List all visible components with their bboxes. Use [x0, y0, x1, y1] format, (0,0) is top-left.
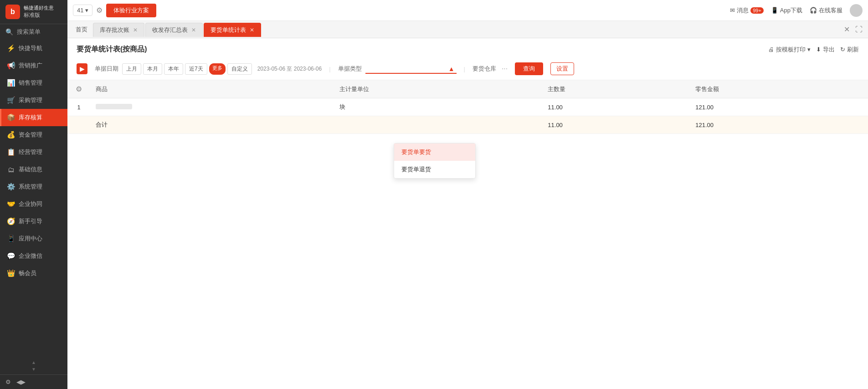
date-filter-section: 单据日期 上月 本月 本年 近7天 更多 自定义 2023-05-06 至 20…	[95, 63, 322, 75]
finance-icon: 💰	[7, 131, 15, 139]
topbar: 41 ▾ ⚙ 体验行业方案 ✉ 消息 99+ 📱 App下载 🎧 在线客服	[67, 0, 868, 21]
sidebar-item-collab[interactable]: 🤝 企业协同	[0, 195, 67, 213]
online-service-btn[interactable]: 🎧 在线客服	[810, 6, 842, 15]
type-filter-section: 单据类型 ▲	[338, 64, 457, 74]
member-icon: 👑	[7, 269, 15, 277]
app-download-btn[interactable]: 📱 App下载	[771, 6, 802, 15]
tab-close-order-stats[interactable]: ✕	[250, 27, 254, 33]
expand-filter-btn[interactable]: ▶	[77, 63, 87, 74]
settings-gear-icon[interactable]: ⚙	[96, 6, 103, 15]
sidebar-item-operation[interactable]: 📋 经营管理	[0, 143, 67, 161]
type-filter-arrow-up-icon[interactable]: ▲	[448, 65, 455, 72]
tab-inventory-batch[interactable]: 库存批次账 ✕	[93, 23, 144, 37]
sidebar-item-member[interactable]: 👑 畅会员	[0, 265, 67, 282]
sidebar-item-appstore[interactable]: 📱 应用中心	[0, 230, 67, 247]
th-unit: 主计量单位	[334, 80, 543, 98]
tab-close-all-btn[interactable]: ✕	[842, 24, 852, 35]
sidebar-item-purchase[interactable]: 🛒 采购管理	[0, 92, 67, 109]
scroll-down-arrow[interactable]: ▼	[31, 366, 36, 373]
message-badge: 99+	[750, 7, 764, 14]
print-chevron-icon: ▾	[807, 46, 811, 53]
tab-maximize-btn[interactable]: ⛶	[853, 25, 864, 35]
user-avatar[interactable]	[850, 4, 863, 17]
refresh-icon: ↻	[840, 46, 845, 53]
sidebar-item-quick-nav[interactable]: ⚡ 快捷导航	[0, 40, 67, 57]
table-wrap: ⚙ 商品 主计量单位 主数量 零售金额 1	[67, 80, 868, 134]
topbar-left: 41 ▾ ⚙ 体验行业方案	[73, 4, 156, 17]
th-settings: ⚙	[67, 80, 90, 98]
marketing-icon: 📢	[7, 61, 15, 70]
sidebar-item-inventory[interactable]: 📦 库存核算	[0, 109, 67, 126]
date-btn-this-month[interactable]: 本月	[143, 63, 162, 75]
th-amount: 零售金额	[690, 80, 868, 98]
warehouse-filter-label: 要货仓库	[473, 65, 496, 73]
total-empty-1	[67, 116, 90, 134]
th-product: 商品	[90, 80, 334, 98]
date-btn-7days[interactable]: 近7天	[185, 63, 207, 75]
table-header: ⚙ 商品 主计量单位 主数量 零售金额	[67, 80, 868, 98]
sidebar-item-basic[interactable]: 🗂 基础信息	[0, 161, 67, 178]
tab-close-inventory-batch[interactable]: ✕	[133, 27, 138, 33]
topbar-right: ✉ 消息 99+ 📱 App下载 🎧 在线客服	[730, 4, 863, 17]
row-quantity: 11.00	[542, 98, 690, 116]
company-selector[interactable]: 41 ▾	[73, 5, 92, 16]
dropdown-item-order-return[interactable]: 要货单退货	[394, 161, 475, 178]
table-footer: 合计 11.00 121.00	[67, 116, 868, 134]
settings-bottom-btn[interactable]: ⚙	[5, 379, 11, 385]
data-table: ⚙ 商品 主计量单位 主数量 零售金额 1	[67, 80, 868, 134]
date-btn-last-month[interactable]: 上月	[122, 63, 141, 75]
sidebar-item-sales[interactable]: 📊 销售管理	[0, 74, 67, 92]
th-quantity: 主数量	[542, 80, 690, 98]
logo-icon: b	[5, 5, 20, 19]
total-row: 合计 11.00 121.00	[67, 116, 868, 134]
sidebar-item-marketing[interactable]: 📢 营销推广	[0, 57, 67, 74]
trial-button[interactable]: 体验行业方案	[106, 4, 156, 17]
sidebar-item-wechat[interactable]: 💬 企业微信	[0, 247, 67, 265]
logo-text: 畅捷通好生意 标准版	[24, 5, 54, 19]
purchase-icon: 🛒	[7, 96, 15, 104]
inventory-icon: 📦	[7, 113, 15, 122]
product-placeholder	[96, 104, 132, 109]
sidebar-item-finance[interactable]: 💰 资金管理	[0, 126, 67, 143]
quick-nav-icon: ⚡	[7, 44, 15, 52]
scroll-up-arrow[interactable]: ▲	[31, 359, 36, 366]
sidebar-item-guide[interactable]: 🧭 新手引导	[0, 213, 67, 230]
date-btn-more[interactable]: 更多	[209, 63, 226, 75]
dropdown-item-order-purchase[interactable]: 要货单要货	[394, 143, 475, 161]
type-filter-input[interactable]	[365, 64, 457, 74]
sidebar-search[interactable]: 🔍 搜索菜单	[0, 24, 67, 40]
tabs-controls: ✕ ⛶	[842, 24, 864, 35]
main-area: 41 ▾ ⚙ 体验行业方案 ✉ 消息 99+ 📱 App下载 🎧 在线客服	[67, 0, 868, 389]
table-header-row: ⚙ 商品 主计量单位 主数量 零售金额	[67, 80, 868, 98]
total-amount: 121.00	[690, 116, 868, 134]
guide-icon: 🧭	[7, 217, 15, 225]
headset-icon: 🎧	[810, 7, 817, 14]
tab-close-receive-summary[interactable]: ✕	[191, 27, 196, 33]
date-btn-custom[interactable]: 自定义	[227, 63, 252, 75]
export-btn[interactable]: ⬇ 导出	[816, 46, 835, 54]
total-label: 合计	[90, 116, 334, 134]
refresh-btn[interactable]: ↻ 刷新	[840, 46, 859, 54]
table-settings-icon[interactable]: ⚙	[76, 85, 82, 93]
print-btn[interactable]: 🖨 按模板打印 ▾	[768, 46, 811, 54]
basic-icon: 🗂	[7, 166, 15, 174]
query-button[interactable]: 查询	[515, 62, 543, 75]
collapse-sidebar-btn[interactable]: ◀▶	[16, 379, 26, 385]
tab-order-stats[interactable]: 要货单统计表 ✕	[204, 23, 261, 37]
tab-home[interactable]: 首页	[71, 23, 92, 36]
type-filter-label: 单据类型	[338, 65, 362, 73]
total-quantity: 11.00	[542, 116, 690, 134]
tab-receive-summary[interactable]: 收发存汇总表 ✕	[145, 23, 203, 37]
page-title: 要货单统计表(按商品)	[77, 45, 147, 54]
export-icon: ⬇	[816, 46, 821, 53]
row-index: 1	[67, 98, 90, 116]
sidebar-item-system[interactable]: ⚙️ 系统管理	[0, 178, 67, 195]
filter-settings-button[interactable]: 设置	[550, 62, 574, 75]
total-empty-2	[334, 116, 543, 134]
page-actions: 🖨 按模板打印 ▾ ⬇ 导出 ↻ 刷新	[768, 46, 859, 54]
filter-bar: ▶ 单据日期 上月 本月 本年 近7天 更多 自定义 2023-05-06 至 …	[67, 58, 868, 80]
warehouse-more-icon[interactable]: ···	[502, 65, 508, 73]
tab-bar: 首页 库存批次账 ✕ 收发存汇总表 ✕ 要货单统计表 ✕ ✕ ⛶	[67, 21, 868, 38]
date-btn-this-year[interactable]: 本年	[164, 63, 183, 75]
message-btn[interactable]: ✉ 消息 99+	[730, 6, 764, 15]
